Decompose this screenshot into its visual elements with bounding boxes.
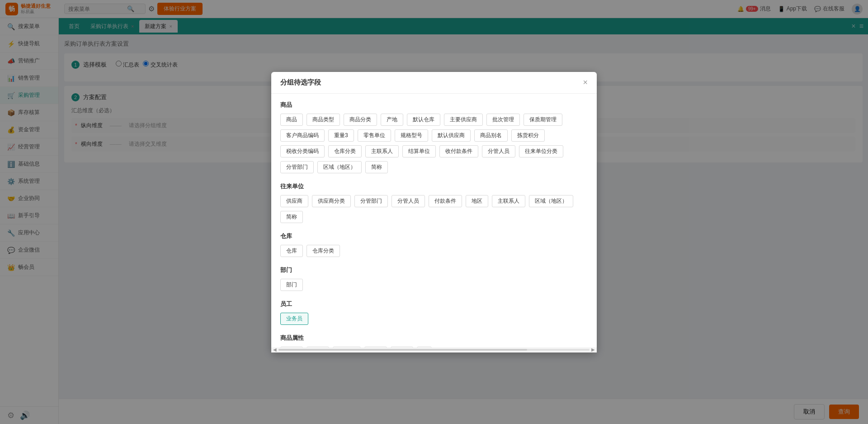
field-group-goods-attr-title: 商品属性 [280, 334, 588, 342]
field-group-goods: 商品 商品 商品类型 商品分类 产地 默认仓库 主要供应商 批次管理 保质期管理… [280, 101, 588, 173]
modal-header: 分组待选字段 × [271, 72, 597, 94]
field-select-modal: 分组待选字段 × 商品 商品 商品类型 商品分类 产地 默认仓库 主要供应商 批… [271, 72, 597, 353]
field-tag-spec-model[interactable]: 规格型号 [395, 129, 428, 142]
field-group-goods-attr: 商品属性 属性 颜色 多规格 尺码 鞋码 1 [280, 334, 588, 348]
field-group-dept: 部门 部门 [280, 266, 588, 291]
modal-overlay: 分组待选字段 × 商品 商品 商品类型 商品分类 产地 默认仓库 主要供应商 批… [0, 0, 868, 424]
field-tag-partner-category[interactable]: 往来单位分类 [519, 145, 563, 157]
hscroll-left-arrow[interactable]: ◀ [273, 347, 277, 352]
field-tag-goods[interactable]: 商品 [280, 114, 303, 126]
field-tag-origin[interactable]: 产地 [381, 114, 403, 126]
field-tag-contact[interactable]: 主联系人 [492, 195, 525, 207]
field-tag-department[interactable]: 部门 [280, 279, 303, 291]
field-tag-default-warehouse[interactable]: 默认仓库 [407, 114, 440, 126]
field-tag-payment-terms[interactable]: 收付款条件 [439, 145, 478, 157]
field-tag-goods-type[interactable]: 商品类型 [307, 114, 340, 126]
field-tag-picking-points[interactable]: 拣货积分 [511, 129, 545, 142]
field-tag-abbrev[interactable]: 简称 [365, 161, 388, 173]
field-group-staff-title: 员工 [280, 300, 588, 308]
field-group-staff: 员工 业务员 [280, 300, 588, 325]
field-tag-supplier[interactable]: 供应商 [280, 195, 308, 207]
field-tag-payment-cond[interactable]: 付款条件 [429, 195, 462, 207]
field-tag-supplier-category[interactable]: 供应商分类 [312, 195, 351, 207]
field-tag-area[interactable]: 地区 [466, 195, 488, 207]
field-tag-customer-code[interactable]: 客户商品编码 [280, 129, 325, 142]
field-tag-goods-category[interactable]: 商品分类 [344, 114, 377, 126]
field-tag-abbrev2[interactable]: 简称 [280, 211, 303, 223]
field-tag-retail-unit[interactable]: 零售单位 [358, 129, 391, 142]
field-tag-main-supplier[interactable]: 主要供应商 [444, 114, 483, 126]
field-tags-dept: 部门 [280, 279, 588, 291]
field-tag-expiry-mgmt[interactable]: 保质期管理 [524, 114, 562, 126]
field-tag-region2[interactable]: 区域（地区） [529, 195, 573, 207]
field-tags-partner: 供应商 供应商分类 分管部门 分管人员 付款条件 地区 主联系人 区域（地区） … [280, 195, 588, 223]
modal-hscroll[interactable]: ◀ ▶ [271, 348, 597, 352]
field-tag-salesperson[interactable]: 业务员 [280, 313, 308, 325]
field-group-warehouse: 仓库 仓库 仓库分类 [280, 232, 588, 257]
field-tag-managing-dept[interactable]: 分管部门 [280, 161, 314, 173]
field-tag-batch-mgmt[interactable]: 批次管理 [486, 114, 520, 126]
modal-body[interactable]: 商品 商品 商品类型 商品分类 产地 默认仓库 主要供应商 批次管理 保质期管理… [271, 94, 597, 348]
field-group-partner-title: 往来单位 [280, 182, 588, 191]
hscroll-right-arrow[interactable]: ▶ [591, 347, 595, 352]
field-tag-manager[interactable]: 分管人员 [482, 145, 515, 157]
field-tag-goods-alias[interactable]: 商品别名 [474, 129, 508, 142]
field-tag-main-contact[interactable]: 主联系人 [365, 145, 399, 157]
modal-title: 分组待选字段 [280, 78, 321, 87]
field-group-partner: 往来单位 供应商 供应商分类 分管部门 分管人员 付款条件 地区 主联系人 区域… [280, 182, 588, 223]
field-tag-person[interactable]: 分管人员 [392, 195, 425, 207]
field-group-warehouse-title: 仓库 [280, 232, 588, 240]
field-tag-warehouse-category[interactable]: 仓库分类 [328, 145, 362, 157]
field-tag-settlement-unit[interactable]: 结算单位 [402, 145, 436, 157]
field-tag-warehouse-cat[interactable]: 仓库分类 [307, 245, 340, 257]
field-tag-default-supplier[interactable]: 默认供应商 [432, 129, 471, 142]
field-tag-weight3[interactable]: 重量3 [328, 129, 354, 142]
field-tags-goods: 商品 商品类型 商品分类 产地 默认仓库 主要供应商 批次管理 保质期管理 客户… [280, 114, 588, 173]
field-tag-dept[interactable]: 分管部门 [354, 195, 388, 207]
field-tag-warehouse[interactable]: 仓库 [280, 245, 303, 257]
field-tags-warehouse: 仓库 仓库分类 [280, 245, 588, 257]
field-tags-staff: 业务员 [280, 313, 588, 325]
field-tag-region[interactable]: 区域（地区） [317, 161, 362, 173]
field-group-goods-title: 商品 [280, 101, 588, 109]
modal-close-button[interactable]: × [583, 78, 588, 86]
field-tag-tax-code[interactable]: 税收分类编码 [280, 145, 325, 157]
field-group-dept-title: 部门 [280, 266, 588, 274]
